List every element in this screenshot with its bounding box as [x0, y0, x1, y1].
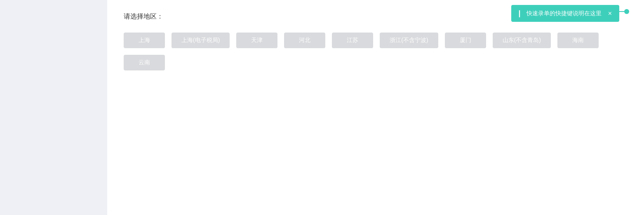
region-btn-yunnan[interactable]: 云南: [124, 55, 165, 70]
tooltip-dot: [624, 9, 629, 14]
region-buttons: 上海上海(电子税局)天津河北江苏浙江(不含宁波)厦门山东(不含青岛)海南云南: [124, 33, 628, 70]
region-btn-jiangsu[interactable]: 江苏: [332, 33, 373, 48]
region-btn-zhejiang[interactable]: 浙江(不含宁波): [380, 33, 438, 48]
tooltip-close-button[interactable]: ×: [608, 10, 612, 17]
main-content: 请选择地区： 上海上海(电子税局)天津河北江苏浙江(不含宁波)厦门山东(不含青岛…: [107, 0, 644, 215]
region-btn-xiamen[interactable]: 厦门: [445, 33, 486, 48]
region-btn-shandong[interactable]: 山东(不含青岛): [493, 33, 551, 48]
tooltip-text: 快速录单的快捷键说明在这里: [526, 10, 602, 17]
region-btn-shanghai-etax[interactable]: 上海(电子税局): [172, 33, 230, 48]
tooltip-banner: 快速录单的快捷键说明在这里 ×: [511, 5, 619, 22]
region-btn-shanghai[interactable]: 上海: [124, 33, 165, 48]
region-btn-hebei[interactable]: 河北: [284, 33, 325, 48]
region-btn-hainan[interactable]: 海南: [557, 33, 599, 48]
sidebar: [0, 0, 107, 215]
region-btn-tianjin[interactable]: 天津: [236, 33, 277, 48]
